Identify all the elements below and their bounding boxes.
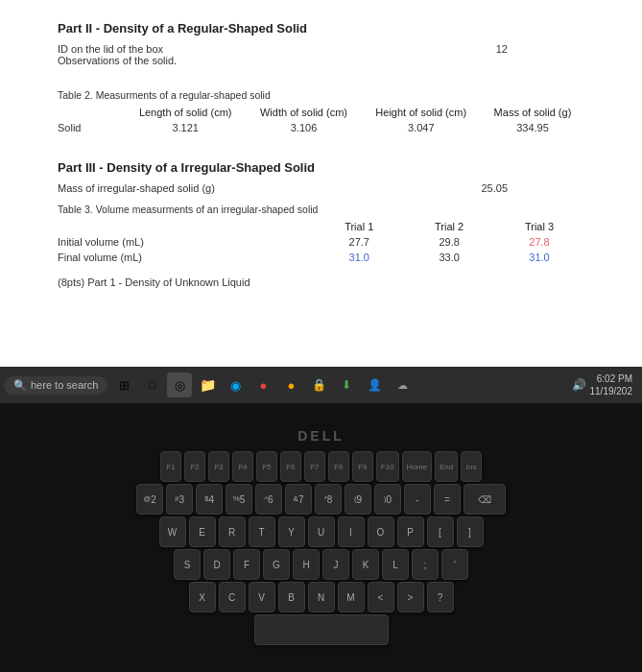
key-2[interactable]: @2 [136,484,163,515]
part4-hint: (8pts) Part 1 - Density of Unknown Liqui… [58,276,250,288]
key-c[interactable]: C [219,582,246,612]
final-t1: 31.0 [314,250,404,265]
key-ins[interactable]: Ins [461,451,482,482]
th3-trial1: Trial 1 [314,219,404,234]
sound-icon[interactable]: 🔊 [572,378,586,392]
key-8[interactable]: *8 [315,484,342,515]
key-f[interactable]: F [233,549,260,580]
app-icon1[interactable]: ● [278,372,303,397]
key-semicolon[interactable]: ; [412,549,439,580]
key-f7[interactable]: F7 [304,451,325,482]
key-j[interactable]: J [322,549,349,580]
key-e[interactable]: E [189,516,216,547]
kb-row-zxcv: X C V B N M < > ? [189,582,454,612]
key-f1[interactable]: F1 [160,451,181,482]
key-4[interactable]: $4 [196,484,223,515]
cloud-icon[interactable]: ☁ [390,372,415,397]
key-y[interactable]: Y [278,516,305,547]
key-backspace[interactable]: ⌫ [464,484,506,515]
key-h[interactable]: H [293,549,320,580]
key-f2[interactable]: F2 [184,451,205,482]
mass-label: Mass of irregular-shaped solid (g) [58,182,230,194]
time: 6:02 PM [590,372,633,385]
store-icon[interactable]: ◉ [223,372,248,397]
key-rbracket[interactable]: ] [457,516,484,547]
initial-label: Initial volume (mL) [58,234,314,250]
key-f6[interactable]: F6 [280,451,301,482]
key-s[interactable]: S [174,549,201,580]
key-f8[interactable]: F8 [328,451,349,482]
key-r[interactable]: R [219,516,246,547]
th3-trial2: Trial 2 [404,219,494,234]
key-home[interactable]: Home [402,451,432,482]
table3-caption: Table 3. Volume measurments of an irregu… [58,204,584,215]
key-i[interactable]: I [338,516,365,547]
key-end[interactable]: End [435,451,458,482]
key-f5[interactable]: F5 [256,451,277,482]
solid-label: Solid [58,120,125,135]
id-value: 12 [496,43,508,55]
key-d[interactable]: D [203,549,230,580]
key-5[interactable]: %5 [226,484,252,515]
key-t[interactable]: T [249,516,275,547]
key-g[interactable]: G [263,549,290,580]
keyboard-area: DELL F1 F2 F3 F4 F5 F6 F7 F8 F9 F10 Home… [0,403,642,672]
folder-icon[interactable]: 📁 [195,372,220,397]
key-b[interactable]: B [278,582,305,612]
table-row: Final volume (mL) 31.0 33.0 31.0 [58,250,584,265]
key-period[interactable]: > [397,582,424,612]
key-minus[interactable]: - [404,484,431,515]
obs-row: Observations of the solid. [58,55,584,66]
key-x[interactable]: X [189,582,216,612]
obs-label: Observations of the solid. [58,55,230,66]
initial-t3: 27.8 [494,234,584,250]
th3-empty [58,219,314,234]
th-height: Height of solid (cm) [362,105,481,120]
key-u[interactable]: U [308,516,335,547]
search-icon: 🔍 [13,379,27,392]
id-label: ID on the lid of the box [58,43,230,55]
key-comma[interactable]: < [368,582,394,612]
key-slash[interactable]: ? [427,582,454,612]
key-lbracket[interactable]: [ [427,516,454,547]
th-empty [58,105,125,120]
key-equals[interactable]: = [434,484,461,515]
key-l[interactable]: L [382,549,409,580]
key-p[interactable]: P [397,516,424,547]
key-f10[interactable]: F10 [376,451,399,482]
table2-container: Table 2. Measurments of a regular-shaped… [58,89,584,135]
key-quote[interactable]: ' [441,549,468,580]
document-area: Part II - Density of a Regular-Shaped So… [0,0,642,384]
solid-length: 3.121 [125,120,247,135]
final-label: Final volume (mL) [58,250,314,265]
search-bar[interactable]: 🔍 here to search [4,376,107,395]
kb-row-space [254,614,389,645]
lock-icon[interactable]: 🔒 [306,372,331,397]
key-f3[interactable]: F3 [208,451,229,482]
mass-row: Mass of irregular-shaped solid (g) 25.05 [58,182,584,194]
key-v[interactable]: V [249,582,275,612]
edge-icon[interactable]: ◎ [167,372,192,397]
user-icon[interactable]: 👤 [362,372,387,397]
key-m[interactable]: M [338,582,365,612]
key-7[interactable]: &7 [285,484,312,515]
key-w[interactable]: W [159,516,186,547]
kb-row-fn: F1 F2 F3 F4 F5 F6 F7 F8 F9 F10 Home End … [160,451,482,482]
initial-t1: 27.7 [314,234,404,250]
key-space[interactable] [254,614,389,645]
task-view-button[interactable]: □ [139,372,164,397]
key-f9[interactable]: F9 [352,451,373,482]
key-3[interactable]: #3 [166,484,193,515]
taskbar-right: 🔊 6:02 PM 11/19/202 [572,372,639,397]
key-6[interactable]: ^6 [255,484,282,515]
taskbar: 🔍 here to search ⊞ □ ◎ 📁 ◉ ● ● 🔒 ⬇ 👤 ☁ 🔊… [0,367,642,403]
download-icon[interactable]: ⬇ [334,372,359,397]
key-k[interactable]: K [352,549,379,580]
key-o[interactable]: O [368,516,394,547]
key-9[interactable]: (9 [345,484,371,515]
key-0[interactable]: )0 [374,484,401,515]
key-n[interactable]: N [308,582,335,612]
chrome-icon[interactable]: ● [250,372,275,397]
start-button[interactable]: ⊞ [111,372,136,397]
key-f4[interactable]: F4 [232,451,253,482]
